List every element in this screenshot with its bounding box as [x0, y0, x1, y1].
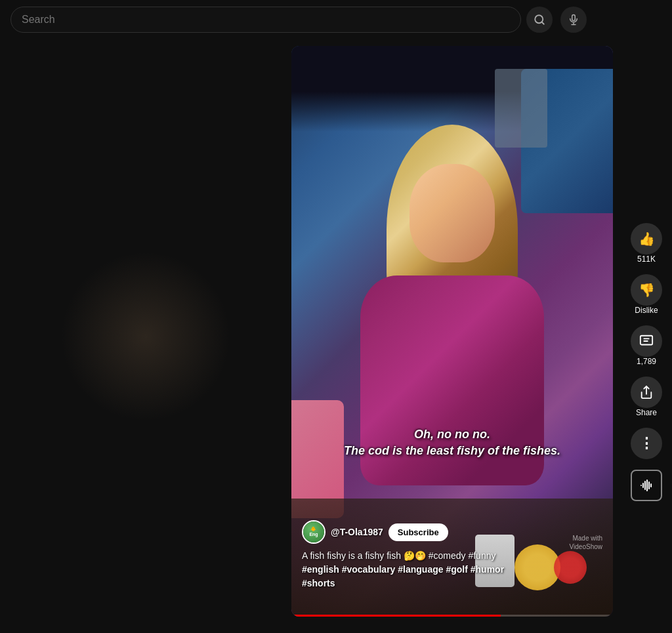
video-description: A fish fishy is a fishy fish 🤔🤭 #comedy …	[302, 549, 602, 563]
channel-row: 🐥Eng @T-Ola1987 Subscribe	[302, 520, 602, 544]
dislike-label: Dislike	[635, 306, 658, 315]
dislike-button[interactable]: 👎	[631, 274, 662, 306]
svg-rect-5	[640, 336, 652, 345]
comment-button[interactable]	[631, 325, 662, 357]
sound-group	[631, 464, 662, 501]
svg-line-1	[541, 22, 543, 24]
header	[0, 0, 672, 39]
video-hashtags: #english #vocabulary #language #golf #hu…	[302, 563, 602, 590]
search-icon	[534, 14, 545, 26]
share-group: Share	[631, 377, 662, 422]
svg-rect-2	[572, 15, 576, 21]
more-group: ⋮	[631, 428, 662, 459]
mic-icon	[568, 14, 579, 26]
video-frame: Oh, no no no. The cod is the least fishy…	[291, 46, 613, 617]
comment-icon	[639, 334, 654, 348]
actions-panel: 👍 511K 👎 Dislike 1,789	[613, 39, 672, 504]
search-button[interactable]	[526, 7, 553, 33]
share-label: Share	[636, 408, 657, 417]
left-glow	[60, 251, 231, 422]
progress-fill	[291, 615, 501, 617]
channel-name: @T-Ola1987	[331, 527, 383, 537]
like-group: 👍 511K	[631, 223, 662, 269]
left-area	[0, 39, 291, 633]
search-bar	[10, 7, 521, 33]
mic-button[interactable]	[560, 7, 587, 33]
avatar-inner: 🐥Eng	[303, 521, 324, 542]
waveform-icon	[639, 478, 654, 493]
subscribe-button[interactable]: Subscribe	[388, 523, 448, 541]
like-button[interactable]: 👍	[631, 223, 662, 255]
share-button[interactable]	[631, 377, 662, 408]
progress-bar[interactable]	[291, 615, 613, 617]
like-count: 511K	[637, 255, 656, 264]
main-content: Oh, no no no. The cod is the least fishy…	[0, 39, 672, 633]
bottom-overlay: 🐥Eng @T-Ola1987 Subscribe A fish fishy i…	[291, 520, 613, 610]
share-icon	[639, 385, 654, 399]
search-input[interactable]	[22, 14, 510, 26]
comment-group: 1,789	[631, 325, 662, 371]
like-icon: 👍	[639, 231, 655, 247]
face	[410, 164, 495, 262]
sound-button[interactable]	[631, 470, 662, 501]
channel-avatar[interactable]: 🐥Eng	[302, 520, 326, 544]
video-player[interactable]: Oh, no no no. The cod is the least fishy…	[291, 46, 613, 617]
comment-count: 1,789	[637, 357, 656, 366]
dislike-icon: 👎	[639, 282, 655, 298]
video-subtitle: Oh, no no no. The cod is the least fishy…	[334, 426, 570, 459]
more-icon: ⋮	[639, 435, 654, 452]
dislike-group: 👎 Dislike	[631, 274, 662, 320]
person-shape	[321, 125, 583, 531]
more-button[interactable]: ⋮	[631, 428, 662, 459]
